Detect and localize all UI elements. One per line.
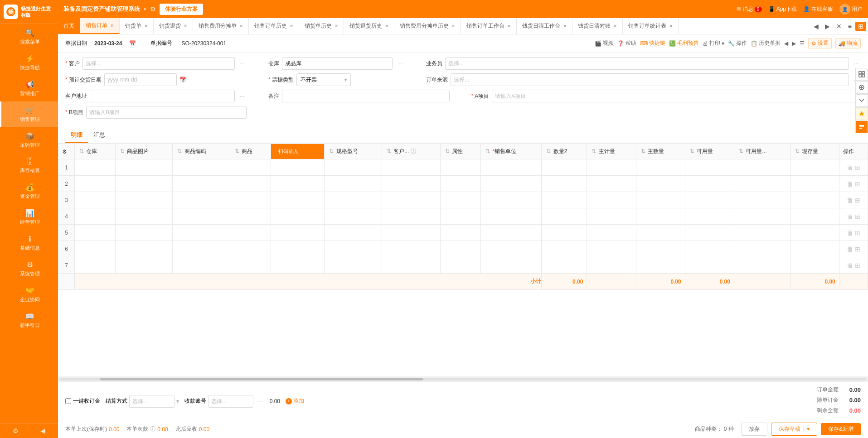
cell-qty2[interactable] xyxy=(542,208,587,225)
industry-btn[interactable]: 体验行业方案 xyxy=(160,4,203,15)
cell-current-stock[interactable] xyxy=(790,159,839,176)
sidebar-item-finance[interactable]: 💰 资金管理 xyxy=(0,178,58,204)
cell-main-qty[interactable] xyxy=(636,208,685,225)
tab-detail[interactable]: 明细 xyxy=(65,127,88,143)
tab-close-icon[interactable]: ✕ xyxy=(335,24,338,29)
cell-available[interactable] xyxy=(685,208,734,225)
cell-sales-unit[interactable] xyxy=(481,208,542,225)
tab-sales-workbench[interactable]: 销售订单工作台 ✕ xyxy=(461,18,517,34)
scan-input-btn[interactable]: 扫码录入 xyxy=(275,147,302,156)
tab-list-btn[interactable]: ≡ xyxy=(845,23,854,30)
drag-handle[interactable]: ⇅ xyxy=(78,148,85,154)
cell-available2[interactable] xyxy=(734,225,790,241)
tab-close-icon[interactable]: ✕ xyxy=(144,24,148,29)
cell-qty2[interactable] xyxy=(542,159,587,176)
delete-row-icon[interactable]: 🗑 xyxy=(847,262,853,269)
cell-attr[interactable] xyxy=(440,225,481,241)
cell-available[interactable] xyxy=(685,257,734,274)
receipt-account-input[interactable] xyxy=(208,395,253,408)
cell-product-img[interactable] xyxy=(115,176,173,192)
address-more-btn[interactable]: ··· xyxy=(238,92,247,100)
drag-handle[interactable]: ⇅ xyxy=(386,148,392,154)
settings-panel-btn[interactable]: ⚙ 设置 xyxy=(808,38,832,48)
video-btn[interactable]: 🎬 视频 xyxy=(595,39,614,47)
invoice-type-select[interactable]: 不开票 ▾ xyxy=(296,73,351,86)
copy-row-icon[interactable]: ⊞ xyxy=(855,262,860,269)
cell-available[interactable] xyxy=(685,176,734,192)
scroll-track[interactable] xyxy=(60,378,866,380)
sidebar-item-search[interactable]: 🔍 搜索菜单 xyxy=(0,24,58,50)
sidebar-item-inventory[interactable]: 🗄 库存核算 xyxy=(0,153,58,178)
cell-main-unit[interactable] xyxy=(587,241,636,257)
cell-product-img[interactable] xyxy=(115,225,173,241)
cell-main-unit[interactable] xyxy=(587,208,636,225)
sidebar-item-purchase[interactable]: 📦 采购管理 xyxy=(0,127,58,153)
grid-view-btn[interactable]: ☰ xyxy=(800,40,805,47)
salesperson-more-btn[interactable]: ··· xyxy=(852,60,861,67)
settings-icon[interactable]: ⚙ xyxy=(150,5,156,13)
delete-row-icon[interactable]: 🗑 xyxy=(847,213,853,220)
cell-product[interactable] xyxy=(230,176,271,192)
copy-row-icon[interactable]: ⊞ xyxy=(855,229,860,236)
profit-preview-btn[interactable]: 💹 毛利预告 xyxy=(669,39,699,47)
cell-sales-unit[interactable] xyxy=(481,159,542,176)
prev-record-btn[interactable]: ◀ xyxy=(784,40,788,47)
cell-spec[interactable] xyxy=(325,225,382,241)
discard-btn[interactable]: 放弃 xyxy=(741,423,767,436)
tab-close-icon[interactable]: ✕ xyxy=(184,24,187,29)
tab-sales-order[interactable]: 销售订单 ✕ xyxy=(80,18,120,34)
sidebar-item-marketing[interactable]: 📢 营销推广 xyxy=(0,76,58,101)
cell-product-code[interactable] xyxy=(173,257,230,274)
cell-current-stock[interactable] xyxy=(790,208,839,225)
cell-customer-code[interactable] xyxy=(382,192,440,208)
drag-handle[interactable]: ⇅ xyxy=(689,148,695,154)
cell-customer-code[interactable] xyxy=(382,241,440,257)
cell-customer-code[interactable] xyxy=(382,208,440,225)
tab-sales-return[interactable]: 销货退货 ✕ xyxy=(154,18,193,34)
cell-product-img[interactable] xyxy=(115,241,173,257)
save-draft-dropdown[interactable]: ▾ xyxy=(804,426,810,432)
cell-spec[interactable] xyxy=(325,159,382,176)
cell-product-img[interactable] xyxy=(115,159,173,176)
cell-product-code[interactable] xyxy=(173,241,230,257)
cell-sales-unit[interactable] xyxy=(481,257,542,274)
drag-handle[interactable]: ⇅ xyxy=(234,148,240,154)
tab-summary[interactable]: 汇总 xyxy=(88,127,111,143)
sidebar-item-system[interactable]: ⚙ 系统管理 xyxy=(0,256,58,282)
tab-fullscreen-btn[interactable]: ⊞ xyxy=(855,22,866,31)
sidebar-item-operations[interactable]: 📊 经营管理 xyxy=(0,204,58,230)
settlement-dropdown-icon[interactable]: ▾ xyxy=(176,398,179,404)
cell-scan[interactable] xyxy=(271,225,324,241)
save-draft-btn[interactable]: 保存草稿 ▾ xyxy=(771,423,817,436)
cell-warehouse[interactable] xyxy=(75,257,116,274)
cell-main-qty[interactable] xyxy=(636,159,685,176)
tab-close-icon[interactable]: ✕ xyxy=(110,23,114,28)
customer-more-btn[interactable]: ··· xyxy=(238,60,247,67)
cell-product-code[interactable] xyxy=(173,176,230,192)
delete-row-icon[interactable]: 🗑 xyxy=(847,197,853,204)
remarks-input[interactable] xyxy=(282,90,450,102)
th-settings[interactable]: ⚙ xyxy=(58,144,75,159)
sidebar-item-newuser[interactable]: 📖 新手引导 xyxy=(0,308,58,333)
tab-prev-btn[interactable]: ◀ xyxy=(811,23,821,30)
add-receipt-btn[interactable]: + 添加 xyxy=(286,397,304,405)
tab-close-icon[interactable]: ✕ xyxy=(613,24,617,29)
sidebar-item-baseinfo[interactable]: ℹ 基础信息 xyxy=(0,230,58,256)
drag-handle[interactable]: ⇅ xyxy=(794,148,800,154)
calendar-icon[interactable]: 📅 xyxy=(129,40,136,47)
cell-available2[interactable] xyxy=(734,257,790,274)
delete-row-icon[interactable]: 🗑 xyxy=(847,245,853,253)
table-wrapper[interactable]: ⚙ ⇅ 仓库 ⇅ 商品图片 ⇅ 商品编码 ⇅ 商品 扫码录入 ⇅ 规格型号 ⇅ … xyxy=(58,144,868,376)
cell-product-img[interactable] xyxy=(115,257,173,274)
cell-current-stock[interactable] xyxy=(790,257,839,274)
cell-scan[interactable] xyxy=(271,159,324,176)
app-download-btn[interactable]: 📱 App下载 xyxy=(768,5,797,13)
cell-warehouse[interactable] xyxy=(75,225,116,241)
cell-product-code[interactable] xyxy=(173,225,230,241)
right-panel-btn-2[interactable] xyxy=(855,81,868,94)
online-service-btn[interactable]: 👤 在线客服 xyxy=(803,5,833,13)
cell-attr[interactable] xyxy=(440,257,481,274)
cell-current-stock[interactable] xyxy=(790,176,839,192)
user-menu[interactable]: 👤 用户 xyxy=(839,4,863,14)
cell-attr[interactable] xyxy=(440,241,481,257)
